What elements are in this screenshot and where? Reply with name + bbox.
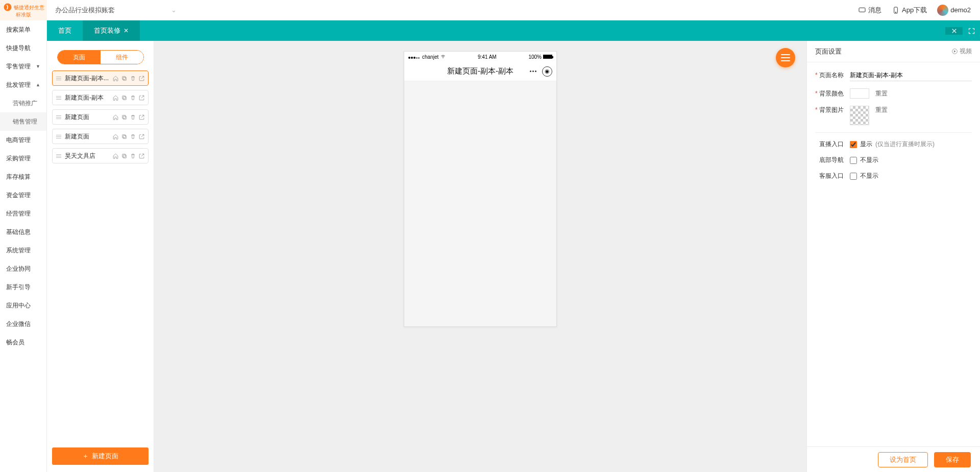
nav-item[interactable]: 畅会员 bbox=[0, 333, 46, 351]
messages-button[interactable]: 消息 bbox=[858, 6, 881, 15]
cs-entry-checkbox[interactable]: 不显示 bbox=[850, 172, 878, 180]
live-entry-checkbox[interactable]: 显示 (仅当进行直播时展示) bbox=[850, 140, 935, 149]
nav-item[interactable]: 应用中心 bbox=[0, 296, 46, 315]
brand-icon bbox=[3, 3, 12, 12]
home-icon[interactable] bbox=[112, 114, 119, 121]
nav-item[interactable]: 企业微信 bbox=[0, 315, 46, 333]
nav-item[interactable]: 基础信息 bbox=[0, 223, 46, 241]
copy-icon[interactable] bbox=[121, 114, 128, 121]
chevron-down-icon: ⌄ bbox=[171, 6, 177, 14]
brand-edition: 标准版 bbox=[16, 12, 31, 17]
phone-preview: chanjet 9:41 AM 100% 新建页面-副本-副本 bbox=[404, 51, 557, 327]
nav-item[interactable]: 系统管理 bbox=[0, 241, 46, 259]
nav-item[interactable]: 新手引导 bbox=[0, 278, 46, 296]
app-download-button[interactable]: App下载 bbox=[892, 6, 927, 15]
close-panel-button[interactable] bbox=[945, 27, 963, 35]
drag-handle-icon[interactable] bbox=[56, 154, 62, 158]
page-item-name: 新建页面 bbox=[65, 132, 109, 141]
delete-icon[interactable] bbox=[130, 75, 136, 82]
delete-icon[interactable] bbox=[130, 153, 136, 159]
page-item-name: 新建页面-副本 bbox=[65, 93, 109, 102]
share-icon[interactable] bbox=[138, 153, 145, 159]
bg-color-reset[interactable]: 重置 bbox=[875, 89, 888, 98]
bg-image-picker[interactable] bbox=[850, 106, 869, 125]
design-canvas: chanjet 9:41 AM 100% 新建页面-副本-副本 bbox=[154, 41, 806, 472]
page-list-item[interactable]: 新建页面-副本... bbox=[52, 70, 149, 86]
share-icon[interactable] bbox=[138, 75, 145, 82]
phone-body[interactable] bbox=[404, 81, 556, 326]
video-help-link[interactable]: 视频 bbox=[951, 47, 972, 56]
user-name: demo2 bbox=[950, 6, 971, 14]
copy-icon[interactable] bbox=[121, 133, 128, 140]
page-list-item[interactable]: 昊天文具店 bbox=[52, 148, 149, 163]
share-icon[interactable] bbox=[138, 95, 145, 101]
save-button[interactable]: 保存 bbox=[934, 452, 971, 467]
drag-handle-icon[interactable] bbox=[56, 77, 62, 80]
status-bar: chanjet 9:41 AM 100% bbox=[404, 52, 556, 62]
nav-item[interactable]: 零售管理▼ bbox=[0, 57, 46, 76]
tab-home[interactable]: 首页 bbox=[47, 20, 83, 41]
copy-icon[interactable] bbox=[121, 153, 128, 159]
fullscreen-button[interactable] bbox=[963, 27, 980, 35]
segment-control: 页面 组件 bbox=[57, 50, 144, 64]
live-entry-label: 直播入口 bbox=[815, 140, 850, 149]
account-set-selector[interactable]: 办公品行业模拟账套 ⌄ bbox=[55, 6, 177, 15]
page-list-panel: 页面 组件 新建页面-副本... 新建页面-副本 新建页面 新建页面 昊天文具店 bbox=[47, 41, 154, 472]
share-icon[interactable] bbox=[138, 133, 145, 140]
close-tab-icon[interactable]: ✕ bbox=[124, 27, 129, 34]
home-icon[interactable] bbox=[112, 75, 119, 82]
bg-image-label: 背景图片 bbox=[815, 106, 850, 114]
nav-subitem[interactable]: 销售管理 bbox=[0, 112, 46, 131]
nav-item[interactable]: 快捷导航 bbox=[0, 39, 46, 57]
tab-page-decoration[interactable]: 首页装修 ✕ bbox=[83, 20, 140, 41]
delete-icon[interactable] bbox=[130, 114, 136, 121]
brand-logo: 畅捷通好生意 标准版 bbox=[0, 0, 47, 20]
page-list-item[interactable]: 新建页面 bbox=[52, 109, 149, 125]
page-list-item[interactable]: 新建页面 bbox=[52, 129, 149, 144]
phone-icon bbox=[892, 6, 900, 14]
delete-icon[interactable] bbox=[130, 133, 136, 140]
nav-item[interactable]: 采购管理 bbox=[0, 149, 46, 168]
home-icon[interactable] bbox=[112, 153, 119, 159]
svg-point-3 bbox=[895, 12, 896, 12]
copy-icon[interactable] bbox=[121, 75, 128, 82]
page-list-item[interactable]: 新建页面-副本 bbox=[52, 90, 149, 105]
segment-page[interactable]: 页面 bbox=[58, 51, 101, 64]
carrier-label: chanjet bbox=[422, 54, 438, 60]
canvas-menu-fab[interactable] bbox=[776, 48, 795, 67]
new-page-button[interactable]: ＋ 新建页面 bbox=[52, 447, 149, 465]
segment-component[interactable]: 组件 bbox=[101, 51, 143, 64]
drag-handle-icon[interactable] bbox=[56, 96, 62, 100]
set-home-button[interactable]: 设为首页 bbox=[878, 452, 928, 467]
svg-rect-6 bbox=[123, 97, 126, 100]
nav-item[interactable]: 搜索菜单 bbox=[0, 20, 46, 39]
page-item-name: 昊天文具店 bbox=[65, 152, 109, 160]
svg-rect-13 bbox=[122, 154, 126, 157]
drag-handle-icon[interactable] bbox=[56, 135, 62, 138]
bottom-nav-checkbox[interactable]: 不显示 bbox=[850, 156, 878, 164]
bg-image-reset[interactable]: 重置 bbox=[875, 106, 888, 114]
svg-rect-10 bbox=[123, 135, 126, 138]
home-icon[interactable] bbox=[112, 95, 119, 101]
nav-item[interactable]: 批发管理▲ bbox=[0, 76, 46, 94]
nav-item[interactable]: 库存核算 bbox=[0, 168, 46, 186]
delete-icon[interactable] bbox=[130, 95, 136, 101]
svg-rect-5 bbox=[122, 76, 126, 79]
bottom-nav-label: 底部导航 bbox=[815, 156, 850, 164]
page-list: 新建页面-副本... 新建页面-副本 新建页面 新建页面 昊天文具店 bbox=[52, 70, 149, 442]
nav-item[interactable]: 企业协同 bbox=[0, 259, 46, 278]
nav-subitem[interactable]: 营销推广 bbox=[0, 94, 46, 112]
drag-handle-icon[interactable] bbox=[56, 115, 62, 119]
bg-color-swatch[interactable] bbox=[850, 88, 869, 99]
account-set-name: 办公品行业模拟账套 bbox=[55, 6, 115, 15]
nav-item[interactable]: 经营管理 bbox=[0, 204, 46, 223]
bg-color-label: 背景颜色 bbox=[815, 89, 850, 98]
nav-item[interactable]: 电商管理 bbox=[0, 131, 46, 149]
nav-item[interactable]: 资金管理 bbox=[0, 186, 46, 204]
copy-icon[interactable] bbox=[121, 95, 128, 101]
page-name-input[interactable] bbox=[850, 69, 972, 81]
user-menu[interactable]: demo2 bbox=[937, 5, 971, 16]
settings-title: 页面设置 bbox=[815, 47, 842, 56]
home-icon[interactable] bbox=[112, 133, 119, 140]
share-icon[interactable] bbox=[138, 114, 145, 121]
